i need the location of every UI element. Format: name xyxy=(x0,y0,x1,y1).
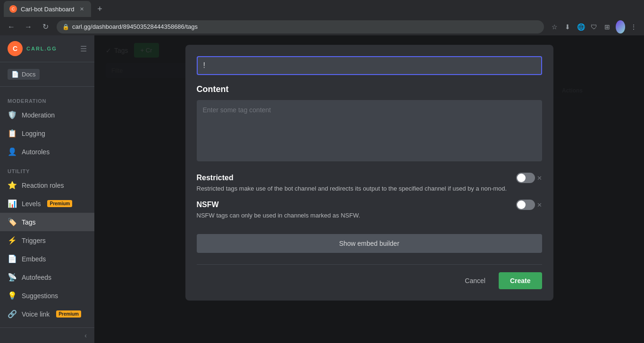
restricted-toggle-container: ✕ xyxy=(516,173,542,183)
sidebar-item-label: Autofeeds xyxy=(22,274,51,281)
reaction-roles-icon: ⭐ xyxy=(8,181,17,190)
tag-prefix: ! xyxy=(197,56,211,75)
sidebar-item-logging[interactable]: 📋 Logging xyxy=(0,124,94,142)
nsfw-desc: NSFW tags can only be used in channels m… xyxy=(197,212,542,219)
sidebar-item-reaction-roles[interactable]: ⭐ Reaction roles xyxy=(0,176,94,194)
sidebar-item-label: Reaction roles xyxy=(22,182,64,189)
sidebar-item-label: Logging xyxy=(22,130,45,137)
carl-logo-icon: C xyxy=(8,41,23,56)
sidebar-nav: Moderation 🛡️ Moderation 📋 Logging 👤 Aut… xyxy=(0,87,94,327)
restricted-title: Restricted xyxy=(197,174,234,182)
restricted-desc: Restricted tags make use of the bot chan… xyxy=(197,185,542,192)
section-label-utility: Utility xyxy=(0,161,94,176)
refresh-btn[interactable]: ↻ xyxy=(40,21,51,33)
browser-chrome: C Carl-bot Dashboard ✕ + ← → ↻ 🔒 carl.gg… xyxy=(0,0,644,35)
main-content: ✓ Tags + Cr Uses↕ Actions xyxy=(94,35,644,343)
tab-close-btn[interactable]: ✕ xyxy=(78,5,85,13)
sidebar-item-label: Autoroles xyxy=(22,148,50,156)
translate-icon[interactable]: 🌐 xyxy=(576,22,585,32)
download-icon[interactable]: ⬇ xyxy=(563,22,572,32)
sidebar-header: C CARL.GG ☰ xyxy=(0,35,94,62)
sidebar-item-voice-link[interactable]: 🔗 Voice link Premium xyxy=(0,305,94,323)
premium-badge-voice-link: Premium xyxy=(56,310,81,318)
nsfw-setting: NSFW ✕ NSFW tags can only be used in cha… xyxy=(197,200,542,219)
back-btn[interactable]: ← xyxy=(6,21,17,33)
sidebar: C CARL.GG ☰ 📄 Docs Moderation 🛡️ Moderat… xyxy=(0,35,94,343)
docs-icon: 📄 xyxy=(11,71,19,78)
address-actions: ☆ ⬇ 🌐 🛡 ⊞ ⋮ xyxy=(550,22,638,32)
sidebar-item-suggestions[interactable]: 💡 Suggestions xyxy=(0,286,94,305)
triggers-icon: ⚡ xyxy=(8,236,17,245)
tab-bar: C Carl-bot Dashboard ✕ + xyxy=(0,0,644,18)
sidebar-item-label: Tags xyxy=(22,218,36,226)
nsfw-toggle-x[interactable]: ✕ xyxy=(537,201,542,209)
tab-favicon: C xyxy=(9,5,17,13)
autoroles-icon: 👤 xyxy=(8,147,17,156)
sidebar-collapse-btn[interactable]: ‹ xyxy=(84,332,87,339)
section-label-moderation: Moderation xyxy=(0,91,94,106)
sidebar-item-label: Suggestions xyxy=(22,292,58,300)
restricted-header: Restricted ✕ xyxy=(197,173,542,183)
sidebar-item-triggers[interactable]: ⚡ Triggers xyxy=(0,231,94,250)
nsfw-header: NSFW ✕ xyxy=(197,200,542,210)
moderation-icon: 🛡️ xyxy=(8,110,17,119)
carl-logo-text: CARL.GG xyxy=(26,46,57,51)
cancel-button[interactable]: Cancel xyxy=(457,272,493,289)
bookmark-icon[interactable]: ☆ xyxy=(550,22,559,32)
sidebar-item-moderation[interactable]: 🛡️ Moderation xyxy=(0,106,94,124)
nsfw-title: NSFW xyxy=(197,201,219,209)
sidebar-item-label: Triggers xyxy=(22,237,46,244)
nsfw-toggle[interactable] xyxy=(516,200,535,210)
address-bar: ← → ↻ 🔒 carl.gg/dashboard/89450352844435… xyxy=(0,18,644,35)
modal-footer: Cancel Create xyxy=(197,264,542,289)
tag-name-input[interactable] xyxy=(211,56,542,75)
url-text: carl.gg/dashboard/894503528444358686/tag… xyxy=(72,23,198,30)
active-tab[interactable]: C Carl-bot Dashboard ✕ xyxy=(4,1,91,17)
top-app-bar: 📄 Docs xyxy=(0,62,94,87)
restricted-toggle[interactable] xyxy=(516,173,535,183)
hamburger-icon[interactable]: ☰ xyxy=(80,44,87,53)
levels-icon: 📊 xyxy=(8,199,17,208)
menu-icon[interactable]: ⋮ xyxy=(629,22,638,32)
new-tab-btn[interactable]: + xyxy=(93,2,106,16)
create-tag-modal: ! Content Restricted ✕ xyxy=(185,45,553,301)
nsfw-toggle-container: ✕ xyxy=(516,200,542,210)
sidebar-item-embeds[interactable]: 📄 Embeds xyxy=(0,250,94,268)
content-textarea[interactable] xyxy=(197,100,542,161)
profile-icon[interactable] xyxy=(616,22,625,32)
app-layout: C CARL.GG ☰ 📄 Docs Moderation 🛡️ Moderat… xyxy=(0,35,644,343)
logging-icon: 📋 xyxy=(8,129,17,138)
sidebar-item-label: Moderation xyxy=(22,111,55,119)
sidebar-item-label: Embeds xyxy=(22,255,46,263)
suggestions-icon: 💡 xyxy=(8,291,17,300)
docs-button[interactable]: 📄 Docs xyxy=(8,69,40,80)
sidebar-item-tags[interactable]: 🏷️ Tags xyxy=(0,213,94,231)
sidebar-item-label: Voice link xyxy=(22,310,50,318)
docs-label: Docs xyxy=(22,71,36,78)
lock-icon: 🔒 xyxy=(62,24,69,30)
embeds-icon: 📄 xyxy=(8,254,17,263)
tag-name-row: ! xyxy=(197,56,542,75)
sidebar-item-autoroles[interactable]: 👤 Autoroles xyxy=(0,142,94,161)
extensions-icon[interactable]: ⊞ xyxy=(602,22,612,32)
content-section-title: Content xyxy=(197,84,542,94)
url-box[interactable]: 🔒 carl.gg/dashboard/894503528444358686/t… xyxy=(57,20,544,33)
sidebar-item-levels[interactable]: 📊 Levels Premium xyxy=(0,194,94,213)
sidebar-bottom: ‹ xyxy=(0,327,94,343)
restricted-setting: Restricted ✕ Restricted tags make use of… xyxy=(197,173,542,192)
voice-link-icon: 🔗 xyxy=(8,310,17,318)
sidebar-item-autofeeds[interactable]: 📡 Autofeeds xyxy=(0,268,94,286)
create-button[interactable]: Create xyxy=(499,272,542,289)
sidebar-item-label: Levels xyxy=(22,200,41,208)
tags-icon: 🏷️ xyxy=(8,218,17,226)
premium-badge-levels: Premium xyxy=(47,200,72,207)
autofeeds-icon: 📡 xyxy=(8,273,17,282)
settings-section: Restricted ✕ Restricted tags make use of… xyxy=(197,173,542,219)
restricted-toggle-x[interactable]: ✕ xyxy=(537,175,542,182)
embed-builder-btn[interactable]: Show embed builder xyxy=(197,234,542,253)
shield-icon[interactable]: 🛡 xyxy=(589,22,599,32)
modal-overlay: ! Content Restricted ✕ xyxy=(94,35,644,343)
tab-title: Carl-bot Dashboard xyxy=(21,6,74,13)
forward-btn[interactable]: → xyxy=(23,21,34,33)
